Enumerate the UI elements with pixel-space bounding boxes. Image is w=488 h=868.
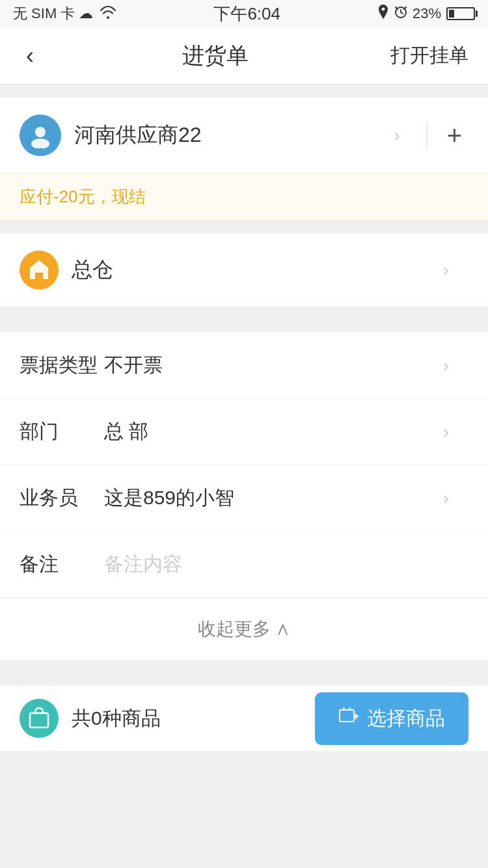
select-product-label: 选择商品 xyxy=(367,705,445,732)
svg-rect-4 xyxy=(30,713,48,727)
status-right: 23% xyxy=(377,5,475,23)
wifi-icon xyxy=(100,5,116,23)
alarm-icon xyxy=(394,5,407,23)
notice-text: 应付-20元，现结 xyxy=(20,187,146,206)
salesman-label: 业务员 xyxy=(20,485,104,511)
dept-row[interactable]: 部门 总 部 › xyxy=(0,399,488,465)
invoice-chevron-icon: › xyxy=(443,355,449,376)
page-title: 进货单 xyxy=(182,41,249,71)
svg-rect-3 xyxy=(35,273,43,279)
product-count: 共0种商品 xyxy=(72,705,315,732)
collapse-label: 收起更多 ∧ xyxy=(198,617,291,642)
status-left: 无 SIM 卡 ☁ xyxy=(13,4,116,23)
warehouse-row[interactable]: 总仓 › xyxy=(0,234,488,306)
location-icon xyxy=(377,5,389,23)
supplier-chevron-icon: › xyxy=(394,125,400,146)
nav-bar: ‹ 进货单 打开挂单 xyxy=(0,27,488,85)
warehouse-name: 总仓 xyxy=(72,256,443,284)
supplier-name: 河南供应商22 xyxy=(74,121,394,150)
back-button[interactable]: ‹ xyxy=(20,36,40,76)
bottom-bar: 共0种商品 选择商品 xyxy=(0,686,488,751)
dept-chevron-icon: › xyxy=(443,422,449,442)
dept-value: 总 部 xyxy=(104,418,443,445)
remark-label: 备注 xyxy=(20,551,104,578)
supplier-row[interactable]: 河南供应商22 › + xyxy=(0,98,488,174)
section-gap-3 xyxy=(0,306,488,319)
warehouse-section: 总仓 › xyxy=(0,234,488,306)
supplier-section: 河南供应商22 › + 应付-20元，现结 xyxy=(0,98,488,221)
status-bar: 无 SIM 卡 ☁ 下午6:04 23% xyxy=(0,0,488,27)
salesman-row[interactable]: 业务员 这是859的小智 › xyxy=(0,465,488,532)
collapse-button[interactable]: 收起更多 ∧ xyxy=(0,598,488,660)
salesman-value: 这是859的小智 xyxy=(104,485,443,511)
remark-placeholder: 备注内容 xyxy=(104,551,468,578)
status-time: 下午6:04 xyxy=(213,3,280,25)
select-product-icon xyxy=(338,707,359,731)
section-gap-1 xyxy=(0,85,488,98)
section-gap-2 xyxy=(0,221,488,234)
invoice-row[interactable]: 票据类型 不开票 › xyxy=(0,332,488,399)
open-pending-button[interactable]: 打开挂单 xyxy=(390,42,468,69)
battery-icon xyxy=(446,7,475,20)
form-section: 票据类型 不开票 › 部门 总 部 › 业务员 这是859的小智 › 备注 备注… xyxy=(0,332,488,660)
product-icon xyxy=(20,699,59,738)
supplier-divider xyxy=(426,122,427,148)
invoice-value: 不开票 xyxy=(104,352,443,379)
add-supplier-button[interactable]: + xyxy=(441,121,468,150)
svg-point-1 xyxy=(35,127,46,137)
select-product-button[interactable]: 选择商品 xyxy=(315,692,468,745)
remark-row[interactable]: 备注 备注内容 xyxy=(0,532,488,598)
sim-status: 无 SIM 卡 ☁ xyxy=(13,4,93,23)
svg-point-2 xyxy=(31,139,49,148)
dept-label: 部门 xyxy=(20,418,104,445)
warehouse-chevron-icon: › xyxy=(443,260,449,280)
supplier-avatar xyxy=(20,115,61,156)
salesman-chevron-icon: › xyxy=(443,488,449,509)
notice-banner: 应付-20元，现结 xyxy=(0,174,488,221)
svg-rect-5 xyxy=(340,710,354,722)
page-background xyxy=(0,751,488,868)
invoice-label: 票据类型 xyxy=(20,352,104,379)
warehouse-icon xyxy=(20,251,59,290)
section-gap-4 xyxy=(0,660,488,673)
battery-percent: 23% xyxy=(413,5,441,22)
